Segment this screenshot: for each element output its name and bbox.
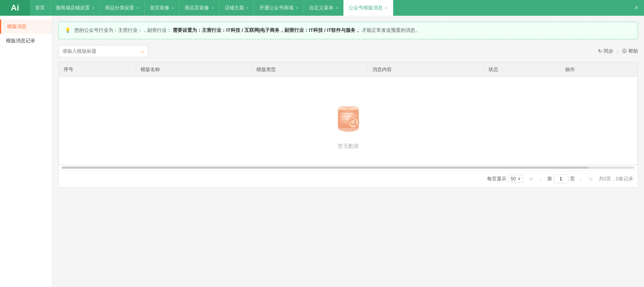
table-header-content: 消息内容 xyxy=(368,62,484,77)
notice-suffix: 才能正常发送预置的消息。 xyxy=(362,27,420,33)
empty-state: 暂无数据 xyxy=(59,77,637,165)
horizontal-scrollbar[interactable] xyxy=(59,165,638,170)
nav-tab-product-category[interactable]: 商品分类设置× xyxy=(100,0,144,16)
search-input[interactable] xyxy=(62,48,139,54)
total-info: 共0页，0条记录 xyxy=(599,175,633,182)
empty-state-row: 暂无数据 xyxy=(59,77,638,165)
help-label: 帮助 xyxy=(628,48,638,55)
page-size-dropdown[interactable]: 50 ∨ xyxy=(508,175,523,183)
page-prefix: 第 xyxy=(547,175,552,182)
nav-tab-custom-menu[interactable]: 自定义菜单× xyxy=(304,0,343,16)
prev-page-button[interactable]: ‹ xyxy=(537,174,546,183)
nav-tab-store-theme[interactable]: 店铺主题× xyxy=(219,0,254,16)
page-suffix: 页 xyxy=(570,175,575,182)
close-tab-product-category[interactable]: × xyxy=(136,6,139,10)
page-size-select: 每页显示 50 ∨ xyxy=(487,175,523,183)
nav-tab-home[interactable]: 首页 xyxy=(30,0,50,16)
next-page-button[interactable]: › xyxy=(576,174,585,183)
notice-banner: 💡 您的公众号行业为：主营行业：，副营行业： 需要设置为：主营行业：IT科技 /… xyxy=(58,22,638,39)
main-layout: 模版消息模版消息记录 💡 您的公众号行业为：主营行业：，副营行业： 需要设置为：… xyxy=(0,16,644,287)
close-tab-shop-settings[interactable]: × xyxy=(92,6,94,10)
table-wrapper: 序号模版名称模版类型消息内容状态操作 xyxy=(58,62,638,187)
empty-text: 暂无数据 xyxy=(338,143,359,150)
search-bar: ⌕ ↻ 同步 | ⓪ 帮助 xyxy=(58,45,638,57)
sync-label: 同步 xyxy=(604,48,613,55)
table-header: 序号模版名称模版类型消息内容状态操作 xyxy=(59,62,638,77)
sync-button[interactable]: ↻ 同步 xyxy=(598,48,613,55)
nav-tab-shop-settings[interactable]: 微商城店铺设置× xyxy=(50,0,100,16)
app-logo: Ai xyxy=(0,0,30,16)
table-header-action: 操作 xyxy=(561,62,638,77)
page-size-label: 每页显示 xyxy=(487,175,506,182)
table-header-name: 模版名称 xyxy=(136,62,252,77)
scrollbar-track xyxy=(62,167,635,169)
page-size-value: 50 xyxy=(511,176,516,181)
close-tab-home-decoration[interactable]: × xyxy=(172,6,174,10)
close-all-button[interactable]: × xyxy=(629,0,644,16)
search-icon[interactable]: ⌕ xyxy=(141,48,144,54)
search-input-wrap[interactable]: ⌕ xyxy=(58,45,148,57)
pagination: 每页显示 50 ∨ ⊲ ‹ 第 页 › ⊳ 共0页，0条记录 xyxy=(59,170,638,187)
close-tab-product-decoration[interactable]: × xyxy=(211,6,213,10)
nav-tabs: 首页微商城店铺设置×商品分类设置×首页装修×商品页装修×店铺主题×开通公众号商城… xyxy=(30,0,629,16)
table-header-type: 模版类型 xyxy=(252,62,368,77)
sidebar-item-template-msg[interactable]: 模版消息 xyxy=(0,19,52,34)
notice-highlight: 需要设置为：主营行业：IT科技 / 互联网|电子商务，副营行业：IT科技 / I… xyxy=(173,27,360,33)
table-body: 暂无数据 xyxy=(59,77,638,165)
nav-tab-open-mall[interactable]: 开通公众号商城× xyxy=(254,0,303,16)
first-page-button[interactable]: ⊲ xyxy=(526,174,535,183)
help-button[interactable]: ⓪ 帮助 xyxy=(622,48,638,55)
close-tab-custom-menu[interactable]: × xyxy=(336,6,338,10)
close-tab-template-msg[interactable]: × xyxy=(385,6,387,10)
toolbar-right: ↻ 同步 | ⓪ 帮助 xyxy=(598,48,638,55)
page-number-input[interactable] xyxy=(554,174,568,183)
data-table: 序号模版名称模版类型消息内容状态操作 xyxy=(59,62,638,165)
scrollbar-thumb xyxy=(62,167,589,169)
empty-icon xyxy=(330,100,367,137)
nav-tab-template-msg[interactable]: 公众号模版消息× xyxy=(343,0,393,16)
notice-icon: 💡 xyxy=(65,27,71,33)
close-tab-open-mall[interactable]: × xyxy=(296,6,298,10)
chevron-down-icon: ∨ xyxy=(518,176,521,181)
page-navigation: ⊲ ‹ 第 页 › ⊳ xyxy=(526,174,596,183)
svg-rect-4 xyxy=(342,116,351,117)
svg-rect-5 xyxy=(342,118,349,119)
close-tab-store-theme[interactable]: × xyxy=(246,6,249,10)
table-header-status: 状态 xyxy=(484,62,561,77)
notice-prefix: 您的公众号行业为：主营行业：，副营行业： xyxy=(74,27,172,33)
svg-rect-3 xyxy=(342,113,353,114)
nav-tab-home-decoration[interactable]: 首页装修× xyxy=(145,0,179,16)
content-area: 💡 您的公众号行业为：主营行业：，副营行业： 需要设置为：主营行业：IT科技 /… xyxy=(52,16,644,287)
sync-icon: ↻ xyxy=(598,48,602,54)
toolbar-divider: | xyxy=(617,48,618,54)
last-page-button[interactable]: ⊳ xyxy=(587,174,596,183)
table-header-row: 序号模版名称模版类型消息内容状态操作 xyxy=(59,62,638,77)
sidebar: 模版消息模版消息记录 xyxy=(0,16,52,287)
sidebar-item-template-msg-record[interactable]: 模版消息记录 xyxy=(0,34,52,48)
nav-tab-product-decoration[interactable]: 商品页装修× xyxy=(179,0,219,16)
table-header-seq: 序号 xyxy=(59,62,136,77)
help-icon: ⓪ xyxy=(622,48,627,55)
top-nav: Ai 首页微商城店铺设置×商品分类设置×首页装修×商品页装修×店铺主题×开通公众… xyxy=(0,0,644,16)
